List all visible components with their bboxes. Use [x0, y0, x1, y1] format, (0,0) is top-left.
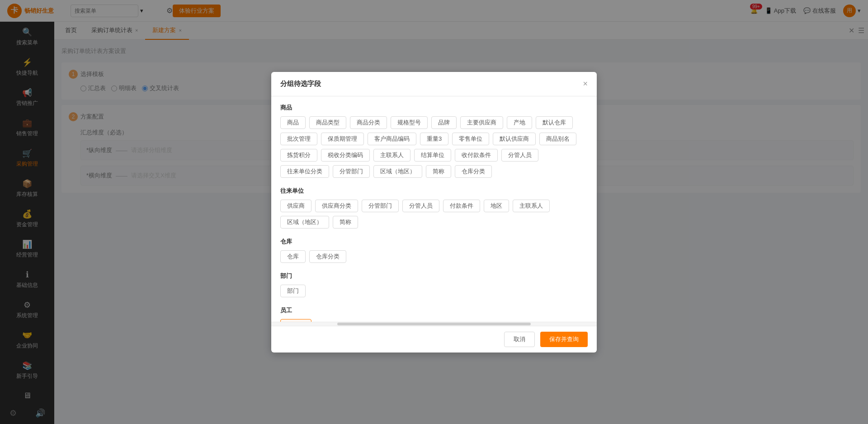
field-tag-default-warehouse[interactable]: 默认仓库 — [536, 116, 573, 129]
field-tag-origin[interactable]: 产地 — [507, 116, 532, 129]
field-tag-main-contact[interactable]: 主联系人 — [373, 149, 410, 162]
field-tag-goods-category[interactable]: 商品分类 — [350, 116, 387, 129]
field-tag-retail-unit[interactable]: 零售单位 — [452, 133, 489, 145]
field-tag-goods-type[interactable]: 商品类型 — [309, 116, 346, 129]
field-tag-shelf-life[interactable]: 保质期管理 — [321, 133, 364, 145]
modal-scrollbar-track[interactable] — [271, 322, 597, 326]
modal-dialog: 分组待选字段 × 商品 商品 商品类型 商品分类 规格型号 品牌 主要供应商 产… — [271, 72, 597, 353]
section-warehouse: 仓库 仓库 仓库分类 — [280, 238, 588, 263]
section-staff-title: 员工 — [280, 306, 588, 314]
field-tag-dept[interactable]: 部门 — [280, 285, 306, 297]
field-tag-brand[interactable]: 品牌 — [431, 116, 457, 129]
section-department-title: 部门 — [280, 272, 588, 280]
field-tag-short-name-partner[interactable]: 简称 — [333, 216, 358, 229]
field-tag-warehouse[interactable]: 仓库 — [280, 250, 306, 263]
field-tag-default-supplier[interactable]: 默认供应商 — [493, 133, 536, 145]
field-tag-region[interactable]: 区域（地区） — [373, 165, 422, 178]
goods-field-tags: 商品 商品类型 商品分类 规格型号 品牌 主要供应商 产地 默认仓库 批次管理 … — [280, 116, 588, 178]
section-staff: 员工 业务员 — [280, 306, 588, 322]
field-tag-supervisor-dept[interactable]: 分管部门 — [333, 165, 370, 178]
field-tag-customer-code[interactable]: 客户商品编码 — [368, 133, 416, 145]
modal-scrollbar-thumb[interactable] — [337, 323, 530, 325]
field-tag-payment-terms[interactable]: 收付款条件 — [455, 149, 498, 162]
modal-body: 商品 商品 商品类型 商品分类 规格型号 品牌 主要供应商 产地 默认仓库 批次… — [271, 96, 597, 322]
field-tag-payment-cond[interactable]: 付款条件 — [443, 200, 480, 212]
field-tag-tax-code[interactable]: 税收分类编码 — [321, 149, 370, 162]
field-tag-spec-model[interactable]: 规格型号 — [391, 116, 428, 129]
field-tag-supplier[interactable]: 供应商 — [280, 200, 311, 212]
modal-title: 分组待选字段 — [280, 80, 321, 88]
modal-overlay: 分组待选字段 × 商品 商品 商品类型 商品分类 规格型号 品牌 主要供应商 产… — [0, 0, 868, 424]
field-tag-goods[interactable]: 商品 — [280, 116, 306, 129]
field-tag-warehouse-type[interactable]: 仓库分类 — [309, 250, 346, 263]
field-tag-pick-points[interactable]: 拣货积分 — [280, 149, 317, 162]
section-goods: 商品 商品 商品类型 商品分类 规格型号 品牌 主要供应商 产地 默认仓库 批次… — [280, 104, 588, 178]
section-warehouse-title: 仓库 — [280, 238, 588, 246]
field-tag-region-partner[interactable]: 区域（地区） — [280, 216, 329, 229]
partner-field-tags: 供应商 供应商分类 分管部门 分管人员 付款条件 地区 主联系人 区域（地区） … — [280, 200, 588, 229]
field-tag-short-name[interactable]: 简称 — [426, 165, 451, 178]
section-partner-title: 往来单位 — [280, 187, 588, 195]
field-tag-supervisor[interactable]: 分管人员 — [501, 149, 538, 162]
field-tag-supplier-category[interactable]: 供应商分类 — [315, 200, 358, 212]
confirm-button[interactable]: 保存并查询 — [540, 332, 588, 347]
section-goods-title: 商品 — [280, 104, 588, 112]
modal-header: 分组待选字段 × — [271, 72, 597, 96]
cancel-button[interactable]: 取消 — [504, 332, 535, 347]
field-tag-partner-category[interactable]: 往来单位分类 — [280, 165, 329, 178]
modal-footer: 取消 保存并查询 — [271, 326, 597, 353]
warehouse-field-tags: 仓库 仓库分类 — [280, 250, 588, 263]
section-partner: 往来单位 供应商 供应商分类 分管部门 分管人员 付款条件 地区 主联系人 区域… — [280, 187, 588, 229]
field-tag-batch-mgmt[interactable]: 批次管理 — [280, 133, 317, 145]
section-department: 部门 部门 — [280, 272, 588, 297]
field-tag-dept-mgmt[interactable]: 分管部门 — [362, 200, 399, 212]
dept-field-tags: 部门 — [280, 285, 588, 297]
field-tag-settlement-unit[interactable]: 结算单位 — [414, 149, 451, 162]
field-tag-person-mgmt[interactable]: 分管人员 — [402, 200, 439, 212]
field-tag-main-contact-partner[interactable]: 主联系人 — [513, 200, 550, 212]
field-tag-main-supplier[interactable]: 主要供应商 — [460, 116, 503, 129]
field-tag-warehouse-category[interactable]: 仓库分类 — [455, 165, 492, 178]
field-tag-weight[interactable]: 重量3 — [420, 133, 448, 145]
modal-close-btn[interactable]: × — [583, 79, 588, 89]
field-tag-area[interactable]: 地区 — [484, 200, 509, 212]
field-tag-goods-alias[interactable]: 商品别名 — [539, 133, 576, 145]
